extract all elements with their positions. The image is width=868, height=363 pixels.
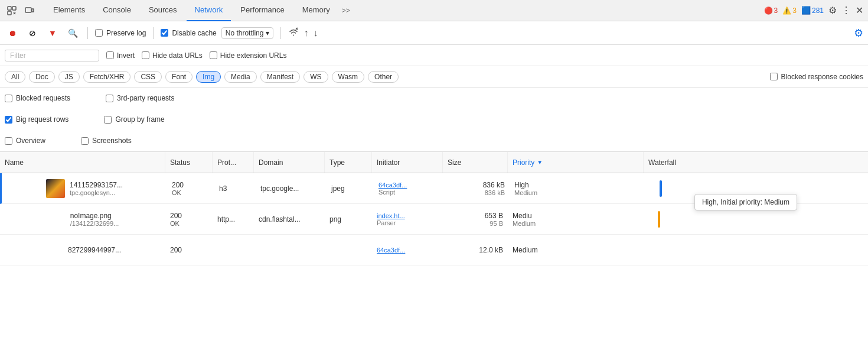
type-btn-js[interactable]: JS [58,71,80,83]
devtools-settings-button[interactable]: ⚙ [828,5,837,16]
th-domain[interactable]: Domain [254,152,325,173]
th-priority[interactable]: Priority ▼ [508,152,644,173]
blocked-requests-label[interactable]: Blocked requests [5,94,70,102]
type-btn-wasm[interactable]: Wasm [332,71,365,83]
clear-button[interactable]: ⊘ [25,25,40,41]
td-status-1: 200 OK [167,173,214,203]
hide-ext-urls-label[interactable]: Hide extension URLs [210,51,287,60]
td-protocol-2: http... [213,204,254,234]
search-icon: 🔍 [68,28,78,38]
td-name-3: 827299944997... [0,235,165,265]
svg-rect-1 [12,7,16,10]
warning-triangle-icon: ⚠️ [782,7,791,15]
th-type[interactable]: Type [325,152,372,173]
network-toolbar: ⏺ ⊘ ▼ 🔍 Preserve log Disable cache No th… [0,21,868,45]
more-tabs-button[interactable]: >> [342,7,350,15]
network-settings-button[interactable]: ⚙ [854,27,863,40]
table-row[interactable]: 827299944997... 200 64ca3df... 12.0 kB M… [0,235,868,265]
type-btn-img[interactable]: Img [196,71,221,83]
group-by-frame-label[interactable]: Group by frame [104,115,164,124]
sort-arrow-icon: ▼ [537,159,543,166]
screenshots-checkbox[interactable] [81,137,89,145]
type-btn-other[interactable]: Other [368,71,399,83]
table-row[interactable]: noImage.png /134122/32699... 200 OK http… [0,204,868,235]
type-btn-fetchxhr[interactable]: Fetch/XHR [83,71,131,83]
overview-label[interactable]: Overview [5,137,45,145]
devtools-menu-button[interactable]: ⋮ [841,5,851,16]
hide-data-urls-checkbox[interactable] [142,51,149,59]
td-status-3: 200 [165,235,213,265]
blocked-requests-checkbox[interactable] [5,95,12,102]
tab-console[interactable]: Console [94,0,139,21]
type-btn-all[interactable]: All [5,71,25,83]
td-domain-3 [254,235,325,265]
tab-sources[interactable]: Sources [141,0,185,21]
disable-cache-checkbox[interactable] [161,29,168,37]
waterfall-bar-fill-2 [658,211,660,228]
td-priority-1: High Medium [510,173,645,203]
th-initiator[interactable]: Initiator [372,152,443,173]
devtools-close-button[interactable]: ✕ [856,5,863,16]
blocked-cookies-option[interactable]: Blocked response cookies [770,73,863,81]
disable-cache-label[interactable]: Disable cache [161,29,216,37]
preserve-log-label[interactable]: Preserve log [95,29,146,37]
table-header: Name Status Prot... Domain Type Initiato… [0,152,868,173]
screenshots-label[interactable]: Screenshots [81,137,132,145]
stop-recording-button[interactable]: ⏺ [5,25,20,41]
preserve-log-checkbox[interactable] [95,29,103,37]
toolbar-divider-2 [153,27,154,39]
td-type-2: png [325,204,372,234]
type-btn-doc[interactable]: Doc [29,71,54,83]
invert-checkbox[interactable] [106,51,114,59]
search-button[interactable]: 🔍 [65,25,80,41]
invert-filter-label[interactable]: Invert [106,51,135,60]
type-btn-media[interactable]: Media [224,71,257,83]
name-col-3: 827299944997... [68,246,121,254]
big-request-rows-label[interactable]: Big request rows [5,115,68,124]
clear-icon: ⊘ [29,28,36,38]
hide-ext-urls-checkbox[interactable] [210,51,217,59]
th-waterfall[interactable]: Waterfall [644,152,868,173]
type-btn-ws[interactable]: WS [304,71,328,83]
th-status[interactable]: Status [165,152,213,173]
td-initiator-1: 64ca3df... Script [374,173,445,203]
tab-right-actions: 🔴 3 ⚠️ 3 🟦 281 ⚙ ⋮ ✕ [764,5,863,16]
type-btn-css[interactable]: CSS [134,71,162,83]
filter-icon-button[interactable]: ▼ [45,25,60,41]
td-size-3: 12.0 kB [443,235,508,265]
filter-input[interactable] [5,50,99,61]
th-protocol[interactable]: Prot... [213,152,254,173]
third-party-checkbox[interactable] [106,95,113,102]
name-primary-1: 141152993157... [70,181,123,189]
wifi-icon[interactable] [288,27,299,39]
td-name-2: noImage.png /134122/32699... [0,204,165,234]
th-name[interactable]: Name [0,152,165,173]
overview-checkbox[interactable] [5,137,12,145]
third-party-requests-label[interactable]: 3rd-party requests [106,94,174,102]
file-thumb-placeholder-3 [44,241,63,260]
filter-row: Invert Hide data URLs Hide extension URL… [0,45,868,66]
throttle-select[interactable]: No throttling ▾ [221,27,274,39]
options-rows: Blocked requests 3rd-party requests Big … [0,87,868,152]
blocked-cookies-checkbox[interactable] [770,73,778,80]
priority-tooltip: High, Initial priority: Medium [694,194,797,210]
device-icon[interactable] [22,4,37,18]
cursor-icon[interactable] [5,4,19,18]
tab-memory[interactable]: Memory [294,0,338,21]
svg-rect-3 [25,8,31,12]
toolbar-divider-3 [280,27,281,39]
export-har-button[interactable]: ↑ [304,28,308,38]
tab-network[interactable]: Network [187,0,231,21]
import-har-button[interactable]: ↓ [313,28,318,38]
type-btn-font[interactable]: Font [165,71,192,83]
tab-performance[interactable]: Performance [232,0,292,21]
group-by-frame-checkbox[interactable] [104,116,112,124]
tab-elements[interactable]: Elements [45,0,93,21]
big-request-rows-checkbox[interactable] [5,116,12,124]
th-size[interactable]: Size [443,152,508,173]
svg-rect-0 [8,7,11,10]
td-status-2: 200 OK [165,204,213,234]
td-name-1: 141152993157... tpc.googlesyn... [2,173,167,203]
type-btn-manifest[interactable]: Manifest [260,71,300,83]
hide-data-urls-label[interactable]: Hide data URLs [142,51,203,60]
